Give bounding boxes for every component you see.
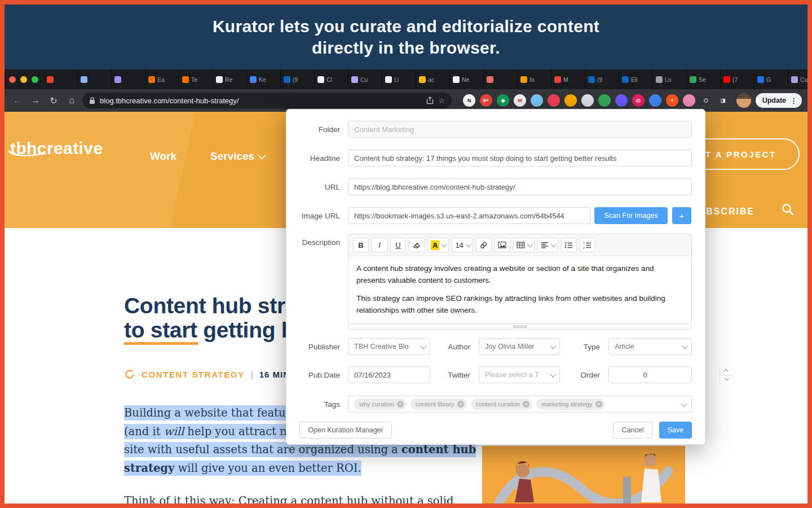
extension-icon[interactable] [683,94,695,107]
extension-icon[interactable] [581,94,594,107]
traffic-light[interactable] [20,76,27,83]
update-button[interactable]: Update ⋮ [756,93,802,108]
bullet-list-button[interactable] [561,238,577,252]
nav-item-work[interactable]: Work [150,150,176,163]
share-icon[interactable] [426,97,434,104]
url-input[interactable] [348,178,692,195]
browser-tab[interactable]: Ke [247,69,281,89]
browser-tab[interactable]: M [551,69,585,89]
browser-tab[interactable]: Cu [788,69,812,89]
bookmark-star-icon[interactable]: ☆ [438,97,445,105]
browser-tab[interactable]: fo [518,69,551,89]
font-size-button[interactable]: 14 [452,238,473,252]
spinner-down-button[interactable] [720,375,733,383]
tag-remove-icon[interactable]: × [523,401,529,408]
extension-icon[interactable] [531,94,543,107]
description-content[interactable]: A content hub strategy involves creating… [348,256,691,324]
insert-link-button[interactable] [476,238,492,252]
spinner-up-button[interactable] [720,367,733,375]
menu-kebab-icon[interactable]: ⋮ [790,97,797,105]
browser-tab[interactable]: Cl [315,69,348,89]
extension-icon[interactable]: @ [632,94,645,107]
browser-tab[interactable]: Se [687,69,721,89]
tag-remove-icon[interactable]: × [457,401,464,408]
browser-tab[interactable]: ac [416,69,450,89]
profile-avatar[interactable] [736,93,751,108]
browser-tab[interactable]: (9 [585,69,619,89]
scan-for-images-button[interactable]: Scan For Images [594,207,668,224]
numbered-list-button[interactable]: 12 [580,238,595,252]
image-url-input[interactable] [348,207,590,224]
cancel-button[interactable]: Cancel [613,422,652,439]
publisher-select[interactable]: TBH Creative Blo [348,338,430,355]
lock-icon[interactable] [89,97,95,104]
extension-icon[interactable]: ◆ [497,94,509,107]
browser-tab[interactable] [78,69,112,89]
extension-icon[interactable] [564,94,577,107]
search-icon[interactable] [782,203,794,218]
browser-tab[interactable]: Re [213,69,247,89]
tag-remove-icon[interactable]: × [397,401,404,408]
back-button[interactable]: ← [10,93,25,108]
home-button[interactable]: ⌂ [64,93,79,108]
address-bar[interactable]: blog.tbhcreative.com/content-hub-strateg… [82,93,452,108]
save-button[interactable]: Save [659,422,692,439]
reload-button[interactable]: ↻ [46,93,61,108]
extension-icon[interactable]: ⬡ [700,94,712,107]
type-select[interactable]: Article [608,338,692,355]
browser-tab[interactable]: Cu [348,69,382,89]
browser-tab[interactable]: G [754,69,788,89]
browser-tab[interactable]: Te [179,69,213,89]
extension-icon[interactable]: M [514,94,526,107]
add-image-button[interactable]: + [672,207,691,224]
browser-tab[interactable] [112,69,145,89]
italic-button[interactable]: I [372,238,387,252]
author-select[interactable]: Joy Olivia Miller [479,338,560,355]
extension-icon[interactable]: 9+ [480,94,492,107]
extension-icon[interactable] [598,94,611,107]
site-logo[interactable]: tbhcreative [10,139,103,158]
underline-button[interactable]: U [390,238,406,252]
browser-tab[interactable]: (7 [721,69,754,89]
browser-tab[interactable]: Li [382,69,416,89]
tag-chip[interactable]: content curation × [471,398,532,410]
text-color-button[interactable]: A [427,238,449,252]
extension-icon[interactable] [615,94,628,107]
traffic-light[interactable] [32,76,38,83]
paragraph-align-button[interactable] [537,238,558,252]
bold-button[interactable]: B [353,238,369,252]
traffic-light[interactable] [9,76,16,83]
nav-item-services[interactable]: Services [210,150,264,163]
browser-tab[interactable]: Ea [145,69,179,89]
insert-image-button[interactable] [495,238,510,252]
extension-icon[interactable] [548,94,560,107]
category-link[interactable]: CONTENT STRATEGY [142,370,245,379]
editor-resize-handle[interactable] [348,324,692,330]
tag-chip[interactable]: why curation × [354,398,407,410]
browser-tab[interactable]: Ne [450,69,484,89]
browser-tab[interactable] [44,69,78,89]
forward-button[interactable]: → [28,93,43,108]
tag-remove-icon[interactable]: × [595,401,602,408]
description-editor[interactable]: B I U A 14 [348,234,692,324]
extension-icon[interactable]: + [666,94,678,107]
extension-icon[interactable]: N [463,94,475,107]
tag-chip[interactable]: marketing strategy × [536,398,604,410]
folder-input[interactable] [348,121,692,138]
pub-date-input[interactable] [348,366,430,383]
insert-table-button[interactable] [513,238,535,252]
tags-field[interactable]: why curation × content library × content… [348,396,692,413]
tab-favicon [351,76,358,83]
order-input[interactable] [608,366,692,383]
extension-icon[interactable]: ◨ [717,94,729,107]
browser-tab[interactable]: Lo [653,69,687,89]
open-kuration-manager-button[interactable]: Open Kuration Manager [299,422,392,439]
tag-chip[interactable]: content library × [411,398,467,410]
extension-icon[interactable] [649,94,661,107]
headline-input[interactable] [348,150,692,167]
twitter-select[interactable]: Please select a T [479,366,560,383]
browser-tab[interactable]: (9 [281,69,315,89]
browser-tab[interactable]: Eli [619,69,653,89]
browser-tab[interactable] [484,69,518,89]
clear-format-button[interactable] [409,238,425,252]
